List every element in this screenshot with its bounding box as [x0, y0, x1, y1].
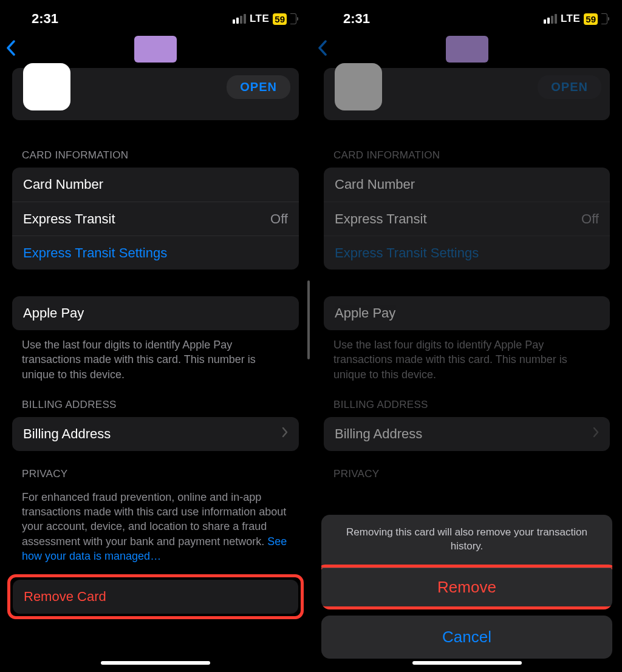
sheet-remove-button[interactable]: Remove	[321, 568, 612, 606]
row-apple-pay: Apple Pay	[324, 296, 610, 330]
row-remove-card[interactable]: Remove Card	[13, 580, 298, 614]
chevron-right-icon	[593, 427, 599, 441]
row-label: Express Transit Settings	[23, 245, 167, 261]
status-time: 2:31	[32, 11, 58, 27]
nav-bar	[312, 30, 622, 68]
home-indicator[interactable]	[101, 661, 210, 665]
network-type: LTE	[250, 13, 269, 25]
section-billing: BILLING ADDRESS	[312, 399, 622, 411]
billing-group: Billing Address	[324, 417, 610, 451]
scroll-indicator[interactable]	[307, 280, 310, 359]
battery-icon	[290, 13, 296, 24]
remove-highlight: Remove	[321, 565, 612, 609]
row-apple-pay[interactable]: Apple Pay	[12, 296, 299, 330]
section-privacy: PRIVACY	[0, 468, 311, 480]
battery-percent: 59	[584, 13, 598, 25]
apple-pay-footer: Use the last four digits to identify App…	[0, 330, 311, 382]
row-label: Card Number	[335, 177, 415, 192]
dimmed-background: OPEN CARD INFORMATION Card Number Expres…	[312, 30, 622, 480]
card-art	[134, 36, 177, 63]
status-right: LTE 59	[544, 13, 607, 25]
section-privacy: PRIVACY	[312, 468, 622, 480]
remove-card-highlight: Remove Card	[7, 574, 304, 619]
row-express-transit[interactable]: Express Transit Off	[12, 202, 299, 236]
row-value: Off	[581, 211, 599, 227]
row-label: Apple Pay	[23, 305, 84, 321]
action-sheet: Removing this card will also remove your…	[321, 515, 612, 659]
privacy-text: For enhanced fraud prevention, online an…	[22, 491, 286, 548]
chevron-right-icon	[282, 427, 288, 441]
status-time: 2:31	[343, 11, 370, 27]
remove-card-group: Remove Card	[13, 580, 298, 614]
phone-right: 2:31 LTE 59 OPEN CARD INFORMATION	[311, 0, 622, 672]
row-express-transit: Express Transit Off	[324, 202, 610, 236]
row-label: Remove Card	[24, 589, 106, 605]
back-icon[interactable]	[6, 38, 16, 61]
home-indicator[interactable]	[412, 661, 522, 665]
row-label: Express Transit Settings	[335, 245, 479, 261]
row-billing-address: Billing Address	[324, 417, 610, 451]
card-info-group: Card Number Express Transit Off Express …	[324, 168, 610, 270]
app-banner: OPEN	[324, 68, 610, 120]
back-icon	[318, 38, 327, 61]
privacy-footer: For enhanced fraud prevention, online an…	[0, 486, 311, 563]
section-card-info: CARD INFORMATION	[0, 149, 311, 161]
sheet-message: Removing this card will also remove your…	[321, 515, 612, 565]
row-label: Express Transit	[23, 211, 115, 227]
apple-pay-footer: Use the last four digits to identify App…	[312, 330, 622, 382]
battery-icon	[601, 13, 607, 24]
row-card-number[interactable]: Card Number	[12, 168, 299, 202]
section-billing: BILLING ADDRESS	[0, 399, 311, 411]
app-banner[interactable]: OPEN	[12, 68, 299, 120]
sheet-cancel-button[interactable]: Cancel	[321, 616, 612, 659]
status-bar: 2:31 LTE 59	[312, 0, 622, 30]
open-button: OPEN	[538, 75, 601, 99]
status-right: LTE 59	[233, 13, 296, 25]
sheet-group: Removing this card will also remove your…	[321, 515, 612, 609]
apple-pay-group: Apple Pay	[12, 296, 299, 330]
row-express-transit-settings[interactable]: Express Transit Settings	[12, 236, 299, 270]
app-icon	[335, 63, 382, 110]
section-card-info: CARD INFORMATION	[312, 149, 622, 161]
battery-percent: 59	[273, 13, 287, 25]
row-label: Express Transit	[335, 211, 427, 227]
app-icon	[23, 63, 70, 110]
row-value: Off	[270, 211, 288, 227]
content: OPEN CARD INFORMATION Card Number Expres…	[312, 68, 622, 480]
billing-group: Billing Address	[12, 417, 299, 451]
row-label: Apple Pay	[335, 305, 395, 321]
row-label: Card Number	[23, 177, 103, 192]
open-button[interactable]: OPEN	[227, 75, 290, 99]
nav-bar	[0, 30, 311, 68]
network-type: LTE	[561, 13, 580, 25]
row-card-number: Card Number	[324, 168, 610, 202]
card-art	[446, 36, 488, 63]
card-info-group: Card Number Express Transit Off Express …	[12, 168, 299, 270]
phone-left: 2:31 LTE 59 OPEN CARD INFORMATION Card N…	[0, 0, 311, 672]
apple-pay-group: Apple Pay	[324, 296, 610, 330]
row-billing-address[interactable]: Billing Address	[12, 417, 299, 451]
row-express-transit-settings: Express Transit Settings	[324, 236, 610, 270]
row-label: Billing Address	[23, 426, 111, 442]
status-bar: 2:31 LTE 59	[0, 0, 311, 30]
signal-icon	[544, 14, 557, 24]
content: OPEN CARD INFORMATION Card Number Expres…	[0, 68, 311, 619]
row-label: Billing Address	[335, 426, 422, 442]
signal-icon	[233, 14, 246, 24]
